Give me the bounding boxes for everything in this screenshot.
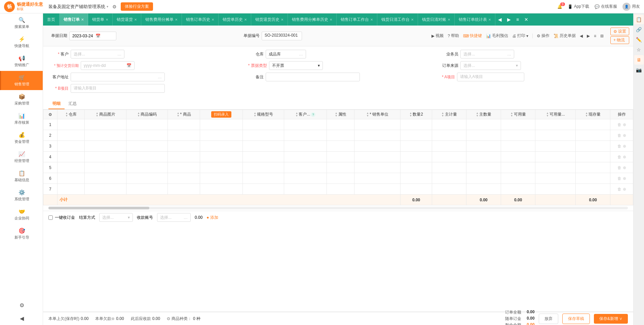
invoice-select[interactable]: 不开票 ▾ (269, 61, 323, 70)
row-2-stock[interactable] (576, 130, 610, 141)
th-qty2[interactable]: ▲▼数量2 (401, 110, 432, 119)
warehouse-select[interactable]: 成品库 … (266, 50, 306, 58)
row-2-product[interactable] (168, 130, 200, 141)
row-3-spec[interactable] (243, 141, 284, 152)
tab-workbench[interactable]: 销售订单工作台 ✕ (337, 13, 377, 26)
a-project-input[interactable]: 请输入A项目 (457, 73, 524, 81)
online-service-item[interactable]: 💬 在线客服 (595, 4, 617, 9)
sidebar-item-nav[interactable]: ⚡ 快捷导航 (0, 33, 43, 52)
row-7-stock[interactable] (576, 184, 610, 195)
account-select[interactable]: 选择... … (157, 213, 191, 222)
row-2-avail2[interactable] (535, 130, 576, 141)
sidebar-item-system[interactable]: ⚙️ 系统管理 (0, 186, 43, 205)
row-6-product[interactable] (168, 173, 200, 184)
order-source-select[interactable]: 选择... ▾ (460, 61, 521, 70)
save-new-btn[interactable]: 保存&新增 ∨ (594, 314, 628, 324)
row-7-spec[interactable] (243, 184, 284, 195)
row-1-spec[interactable] (243, 119, 284, 130)
tab-invoice-history[interactable]: 销货单历史 ✕ (219, 13, 251, 26)
tab-nav-prev[interactable]: ◀ (495, 17, 504, 22)
th-image[interactable]: ▲▼商品图片 (85, 110, 126, 119)
delete-icon-3[interactable]: 🗑 (617, 144, 621, 149)
row-3-code[interactable] (126, 141, 167, 152)
notice-icon-item[interactable]: 🔔 9 (557, 4, 562, 9)
row-5-image[interactable] (85, 162, 126, 173)
row-3-main-unit[interactable] (432, 141, 466, 152)
b-project-input[interactable]: 请输入B项目 (71, 84, 165, 93)
row-4-avail2[interactable] (535, 152, 576, 162)
account-dots-btn[interactable]: … (184, 215, 188, 220)
tab-stats-close[interactable]: ✕ (488, 18, 491, 22)
next-record-btn[interactable]: ▶ (587, 34, 590, 38)
row-7-warehouse[interactable] (57, 184, 85, 195)
row-7-qty2[interactable] (401, 184, 432, 195)
row-4-warehouse[interactable] (57, 152, 85, 162)
tab-return-history[interactable]: 销货退货历史 ✕ (251, 13, 288, 26)
customer-select[interactable]: 选择... … (71, 50, 124, 58)
tab-expense-history[interactable]: 销售费用分摊单历史 ✕ (288, 13, 337, 26)
delivery-date-input[interactable]: yyyy-mm-dd 📅 (81, 61, 135, 70)
salesperson-dots-btn[interactable]: … (507, 52, 511, 56)
tab-sales-return-close[interactable]: ✕ (134, 18, 137, 22)
sidebar-item-purchase[interactable]: 📦 采购管理 (0, 90, 43, 109)
grid-scrollbar[interactable] (48, 207, 628, 209)
tab-reconcile-close[interactable]: ✕ (448, 18, 450, 22)
row-5-stock[interactable] (576, 162, 610, 173)
row-7-code[interactable] (126, 184, 167, 195)
th-warehouse[interactable]: ▲▼仓库 (57, 110, 85, 119)
th-code[interactable]: ▲▼商品编码 (126, 110, 167, 119)
row-5-spec[interactable] (243, 162, 284, 173)
tab-daily-clear-close[interactable]: ✕ (411, 18, 414, 22)
print-dropdown-icon[interactable]: ▾ (526, 34, 528, 38)
row-2-attr[interactable] (327, 130, 354, 141)
row-6-unit[interactable] (354, 173, 401, 184)
row-5-qty2[interactable] (401, 162, 432, 173)
row-4-stock[interactable] (576, 152, 610, 162)
sidebar-item-basic-info[interactable]: 📋 基础信息 (0, 167, 43, 186)
row-7-unit[interactable] (354, 184, 401, 195)
copy-icon-5[interactable]: ⊕ (623, 165, 626, 170)
sidebar-item-inventory[interactable]: 📊 库存核算 (0, 109, 43, 128)
right-panel-icon-5[interactable]: 📷 (634, 65, 644, 75)
copy-icon-6[interactable]: ⊕ (623, 176, 626, 181)
settings-btn[interactable]: ⚙ 设置 (610, 28, 629, 35)
list-view-btn[interactable]: ≡ (594, 34, 596, 38)
app-download-item[interactable]: 📱 App下载 (568, 4, 589, 9)
sidebar-item-guide[interactable]: 🎯 新手引导 (0, 224, 43, 243)
row-6-code[interactable] (126, 173, 167, 184)
delete-icon-4[interactable]: 🗑 (617, 155, 621, 159)
view-video-btn[interactable]: ▶ 视频 (431, 33, 444, 39)
row-7-image[interactable] (85, 184, 126, 195)
th-scan[interactable]: 扫码录入 (200, 110, 242, 119)
row-3-main-qty[interactable] (466, 141, 501, 152)
th-available-qty2[interactable]: ▲▼可用量... (535, 110, 576, 119)
row-5-attr[interactable] (327, 162, 354, 173)
row-5-unit[interactable] (354, 162, 401, 173)
copy-icon-7[interactable]: ⊕ (623, 187, 626, 192)
tab-sales-order-close[interactable]: ✕ (81, 18, 84, 22)
add-material-btn[interactable]: + 物流 (610, 36, 629, 44)
row-7-avail[interactable] (501, 184, 535, 195)
th-main-qty[interactable]: ▲▼主数量 (466, 110, 501, 119)
row-3-unit[interactable] (354, 141, 401, 152)
row-2-spec[interactable] (243, 130, 284, 141)
tab-daily-clear[interactable]: 钱货日清工作台 ✕ (377, 13, 418, 26)
payment-dropdown-icon[interactable]: ▾ (128, 215, 130, 220)
row-1-image[interactable] (85, 119, 126, 130)
row-2-customer-code[interactable] (284, 130, 327, 141)
save-draft-btn[interactable]: 保存草稿 (562, 314, 590, 324)
row-5-code[interactable] (126, 162, 167, 173)
row-6-main-unit[interactable] (432, 173, 466, 184)
row-7-product[interactable] (168, 184, 200, 195)
row-3-qty2[interactable] (401, 141, 432, 152)
invoice-dropdown-icon[interactable]: ▾ (318, 63, 320, 68)
th-unit[interactable]: ▲▼* 销售单位 (354, 110, 401, 119)
history-btn[interactable]: 📜 历史单据 (554, 33, 576, 39)
tab-sales-invoice[interactable]: 销货单 ✕ (88, 13, 113, 26)
row-1-main-qty[interactable] (466, 119, 501, 130)
tab-sales-order[interactable]: 销售订单 ✕ (60, 13, 88, 26)
row-3-attr[interactable] (327, 141, 354, 152)
row-6-avail[interactable] (501, 173, 535, 184)
row-5-avail[interactable] (501, 162, 535, 173)
row-6-qty2[interactable] (401, 173, 432, 184)
